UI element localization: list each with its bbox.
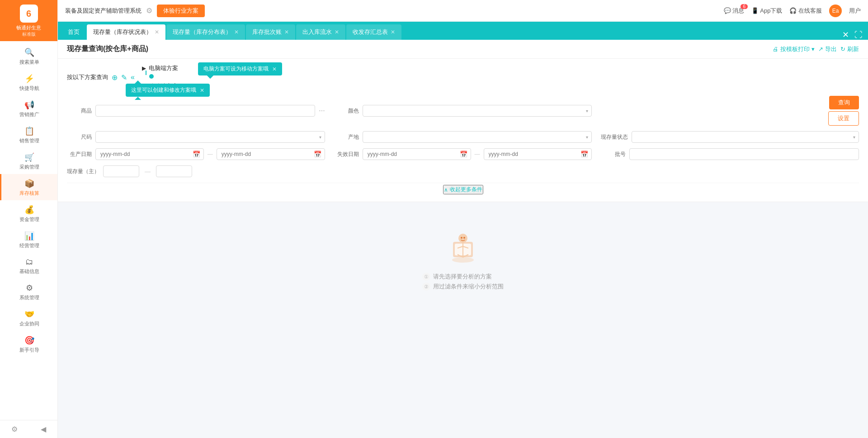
- tab-receipt-summary[interactable]: 收发存汇总表 ✕: [346, 24, 401, 40]
- tab-close-inventory-status[interactable]: ✕: [155, 29, 159, 35]
- sales-icon: 📋: [24, 126, 34, 136]
- back-scheme-btn[interactable]: «: [131, 73, 135, 81]
- experience-btn[interactable]: 体验行业方案: [157, 5, 205, 17]
- settings-icon[interactable]: ⚙: [146, 6, 152, 15]
- product-input[interactable]: [95, 105, 315, 117]
- tab-inventory-status[interactable]: 现存量（库存状况表） ✕: [87, 24, 165, 40]
- sidebar-item-newbie[interactable]: 🎯 新手引导: [0, 331, 57, 357]
- topbar: 装备及固定资产辅助管理系统 ⚙ 体验行业方案 💬 6 消息 📱 App下载 🎧 …: [58, 0, 868, 22]
- refresh-btn[interactable]: ↻ 刷新: [840, 45, 859, 53]
- empty-tips: ① 请先选择要分析的方案 ② 用过滤条件来缩小分析范围: [422, 271, 504, 292]
- tab-close-inventory-dist[interactable]: ✕: [234, 29, 239, 35]
- edit-scheme-btn[interactable]: ✎: [121, 73, 127, 82]
- tab-close-receipt-summary[interactable]: ✕: [391, 29, 395, 35]
- product-more-icon[interactable]: ···: [319, 107, 325, 115]
- settings-bottom-icon[interactable]: ⚙: [11, 425, 18, 433]
- pc-scheme-tooltip: 电脑方案可设为移动方案哦 ✕: [198, 62, 282, 75]
- maximize-icon[interactable]: ⛶: [853, 30, 864, 40]
- sidebar: 6 畅通好生意 标准版 🔍 搜索菜单 ⚡ 快捷导航 📢 营销推广 📋 销售管理 …: [0, 0, 58, 438]
- sidebar-item-operations[interactable]: 📊 经营管理: [0, 226, 57, 253]
- tab-close-batch-account[interactable]: ✕: [284, 29, 289, 35]
- scheme-dot: [149, 74, 154, 79]
- inventory-status-label: 现存量状态: [601, 133, 628, 141]
- sidebar-item-basic-info[interactable]: 🗂 基础信息: [0, 253, 57, 278]
- username-label[interactable]: 用户: [849, 7, 861, 15]
- sidebar-item-quick-nav[interactable]: ⚡ 快捷导航: [0, 69, 57, 95]
- pc-scheme-label[interactable]: 电脑端方案: [149, 64, 178, 72]
- exp-date-input[interactable]: [363, 148, 471, 160]
- export-btn[interactable]: ↗ 导出: [818, 45, 837, 53]
- sidebar-bottom: ⚙ ◀: [0, 420, 57, 438]
- tabs-bar: 首页 现存量（库存状况表） ✕ 现存量（库存分布表） ✕ 库存批次账 ✕ 出入库…: [58, 22, 868, 40]
- newbie-icon: 🎯: [24, 335, 34, 345]
- sidebar-item-inventory[interactable]: 📦 库存核算: [0, 174, 57, 200]
- inventory-status-select-wrap: ▾: [632, 131, 859, 143]
- filter-section: 按以下方案查询 ⊕ ✎ « ▶ 电脑端方案 ▶ 移动端方: [58, 59, 868, 202]
- filter-item-product: 商品 ···: [67, 96, 325, 126]
- close-all-tabs-icon[interactable]: ✕: [840, 30, 851, 40]
- tab-batch-account[interactable]: 库存批次账 ✕: [246, 24, 295, 40]
- size-select[interactable]: [95, 131, 325, 143]
- tab-inventory-dist[interactable]: 现存量（库存分布表） ✕: [166, 24, 245, 40]
- add-scheme-btn[interactable]: ⊕: [112, 73, 118, 82]
- exp-date-wrap: 📅: [363, 148, 471, 160]
- topbar-left: 装备及固定资产辅助管理系统 ⚙ 体验行业方案: [65, 5, 205, 17]
- tab-home[interactable]: 首页: [61, 24, 86, 40]
- sidebar-item-search-menu[interactable]: 🔍 搜索菜单: [0, 43, 57, 69]
- tooltip1-close[interactable]: ✕: [272, 66, 277, 72]
- finance-icon: 💰: [24, 205, 34, 215]
- origin-select[interactable]: [363, 131, 592, 143]
- content-area: 现存量查询(按仓库+商品) 🖨 按模板打印 ▾ ↗ 导出 ↻ 刷新: [58, 40, 868, 438]
- svg-point-5: [463, 237, 465, 239]
- filter-item-inventory-status: 现存量状态 ▾: [601, 131, 859, 143]
- filter-item-mfg-date: 生产日期 📅 — 📅: [67, 148, 325, 160]
- sidebar-item-sales[interactable]: 📋 销售管理: [0, 122, 57, 148]
- reset-btn[interactable]: 设置: [828, 111, 859, 126]
- collapse-filter-btn[interactable]: ∧ 收起更多条件: [443, 185, 483, 194]
- online-service-link[interactable]: 🎧 在线客服: [789, 7, 822, 15]
- print-btn[interactable]: 🖨 按模板打印 ▾: [773, 45, 815, 53]
- filter-item-color: 颜色 ▾: [334, 96, 592, 126]
- size-label: 尺码: [67, 133, 92, 141]
- origin-select-wrap: ▾: [363, 131, 592, 143]
- color-select[interactable]: [363, 105, 592, 117]
- chevron-up-icon: ∧: [444, 187, 448, 193]
- size-select-wrap: ▾: [95, 131, 325, 143]
- tabs-bar-right: ✕ ⛶: [840, 30, 864, 40]
- exp-date-end-input[interactable]: [484, 148, 592, 160]
- sidebar-item-system[interactable]: ⚙ 系统管理: [0, 278, 57, 305]
- svg-point-3: [458, 234, 467, 243]
- sidebar-item-enterprise[interactable]: 🤝 企业协同: [0, 305, 57, 331]
- mfg-date-dash: —: [208, 151, 213, 157]
- filter-item-batch: 批号: [601, 148, 859, 160]
- tab-close-in-out-flow[interactable]: ✕: [335, 29, 339, 35]
- marketing-icon: 📢: [24, 100, 34, 110]
- message-badge-wrap[interactable]: 💬 6 消息: [724, 7, 745, 15]
- tab-in-out-flow[interactable]: 出入库流水 ✕: [296, 24, 345, 40]
- app-download-link[interactable]: 📱 App下载: [751, 7, 782, 15]
- filter-item-size: 尺码 ▾: [67, 131, 325, 143]
- mfg-date-wrap: 📅: [95, 148, 204, 160]
- query-btn[interactable]: 查询: [829, 96, 859, 109]
- filter-item-inventory-main: 现存量（主） —: [67, 165, 325, 177]
- basic-info-icon: 🗂: [25, 257, 33, 267]
- tip2-num: ②: [422, 283, 430, 291]
- sidebar-item-marketing[interactable]: 📢 营销推广: [0, 95, 57, 122]
- inventory-status-select[interactable]: [632, 131, 859, 143]
- logo-tag: 标准版: [22, 31, 36, 38]
- print-icon: 🖨: [773, 46, 778, 52]
- sidebar-item-finance[interactable]: 💰 资金管理: [0, 200, 57, 226]
- mfg-date-input[interactable]: [95, 148, 204, 160]
- tooltip2-close[interactable]: ✕: [200, 87, 204, 94]
- inventory-main-input-from[interactable]: [103, 165, 139, 177]
- sidebar-nav: 🔍 搜索菜单 ⚡ 快捷导航 📢 营销推广 📋 销售管理 🛒 采购管理 📦 库存核…: [0, 41, 57, 420]
- query-btns-col: 查询 设置: [601, 96, 859, 126]
- collapse-sidebar-icon[interactable]: ◀: [41, 425, 46, 433]
- page-title: 现存量查询(按仓库+商品): [67, 44, 148, 54]
- batch-input[interactable]: [629, 148, 859, 160]
- system-icon: ⚙: [26, 283, 33, 293]
- inventory-main-input-to[interactable]: [156, 165, 192, 177]
- mfg-date-end-input[interactable]: [217, 148, 325, 160]
- sidebar-item-purchase[interactable]: 🛒 采购管理: [0, 148, 57, 174]
- operations-icon: 📊: [24, 231, 34, 241]
